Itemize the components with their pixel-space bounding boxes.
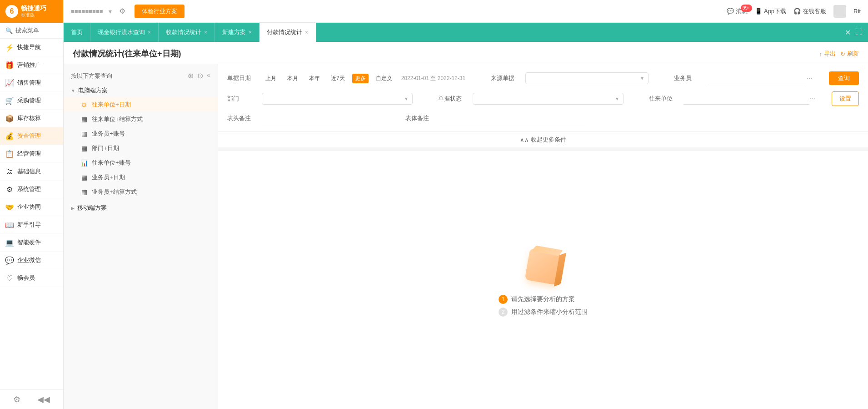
tabbar-actions: ✕ ⛶: [839, 23, 868, 42]
staff-input[interactable]: [708, 72, 807, 84]
tab-receivable[interactable]: 收款情况统计 ×: [159, 23, 215, 42]
date-btn-custom[interactable]: 自定义: [372, 74, 396, 83]
mobile-group-arrow: ▶: [71, 206, 75, 211]
breadcrumb-arrow[interactable]: ▾: [109, 8, 112, 15]
sidebar-item-quicknav[interactable]: ⚡ 快捷导航: [0, 39, 63, 56]
sidebar-item-system[interactable]: ⚙ 系统管理: [0, 181, 63, 198]
sidebar-item-member[interactable]: ♡ 畅会员: [0, 269, 63, 287]
online-service-btn[interactable]: 🎧 在线客服: [793, 7, 826, 15]
scheme-item-unit-account[interactable]: 📊 往来单位+账号: [64, 156, 218, 170]
scheme-settings-icon[interactable]: ⊙: [197, 71, 203, 80]
date-btn-more[interactable]: 更多: [352, 74, 369, 83]
voucher-status-label: 单据状态: [438, 95, 465, 103]
unit-settlement-icon: ▦: [80, 116, 88, 123]
sidebar-item-finance[interactable]: 💰 资金管理: [0, 127, 63, 145]
refresh-btn[interactable]: ↻ 刷新: [840, 50, 859, 58]
scheme-item-unit-settlement-label: 往来单位+结算方式: [92, 115, 143, 123]
staff-input-dots: ···: [807, 74, 813, 82]
sidebar-item-basicinfo[interactable]: 🗂 基础信息: [0, 163, 63, 181]
breadcrumb-text: ■■■■■■■■■: [71, 8, 103, 15]
management-icon: 📋: [5, 150, 14, 158]
mobile-scheme-group-header[interactable]: ▶ 移动端方案: [64, 201, 218, 215]
pc-scheme-group: ▼ 电脑端方案 ⊙ 往来单位+日期 ▦ 往来单位+结算方式 ▦ 业务员+账号: [64, 84, 218, 199]
collapse-icon: ∧∧: [520, 136, 529, 143]
empty-hint-2: 2 用过滤条件来缩小分析范围: [499, 308, 588, 317]
purchase-icon: 🛒: [5, 96, 14, 105]
export-btn[interactable]: ↑ 导出: [819, 50, 836, 58]
scheme-item-staff-settlement[interactable]: ▦ 业务员+结算方式: [64, 185, 218, 199]
header-note-label: 表头备注: [227, 114, 254, 122]
collapse-label: 收起更多条件: [531, 136, 566, 144]
date-btn-7days[interactable]: 近7天: [327, 74, 349, 83]
sidebar-item-inventory[interactable]: 📦 库存核算: [0, 110, 63, 127]
scheme-item-unit-date[interactable]: ⊙ 往来单位+日期: [64, 97, 218, 112]
unit-label: 往来单位: [649, 95, 676, 103]
sidebar-item-newbie[interactable]: 📖 新手引导: [0, 216, 63, 234]
tab-receivable-label: 收款情况统计: [166, 28, 201, 36]
date-btn-thisyear[interactable]: 本年: [305, 74, 324, 83]
tabbar: 首页 现金银行流水查询 × 收款情况统计 × 新建方案 × 付款情况统计 × ✕…: [64, 23, 868, 42]
scheme-item-staff-date[interactable]: ▦ 业务员+日期: [64, 170, 218, 185]
search-label: 搜索菜单: [15, 26, 39, 35]
sidebar-item-enterprise[interactable]: 🤝 企业协同: [0, 198, 63, 216]
sidebar-item-corpwechat[interactable]: 💬 企业微信: [0, 252, 63, 269]
sidebar-item-marketing[interactable]: 🎁 营销推广: [0, 56, 63, 74]
pc-group-title: 电脑端方案: [78, 86, 108, 95]
dept-select-arrow: ▾: [405, 96, 408, 102]
message-btn[interactable]: 💬 消息 99+: [727, 7, 748, 15]
try-industry-btn[interactable]: 体验行业方案: [135, 5, 185, 18]
scheme-item-dept-date[interactable]: ▦ 部门+日期: [64, 141, 218, 156]
tab-new-scheme[interactable]: 新建方案 ×: [215, 23, 259, 42]
collapse-panel-icon[interactable]: «: [207, 71, 210, 80]
tab-cash-flow-label: 现金银行流水查询: [98, 28, 145, 36]
tabbar-expand-icon[interactable]: ⛶: [855, 28, 863, 36]
tab-cash-flow-close[interactable]: ×: [148, 29, 151, 35]
scheme-item-staff-account-label: 业务员+账号: [92, 130, 125, 138]
add-scheme-icon[interactable]: ⊕: [188, 71, 194, 80]
empty-hint-1: 1 请先选择要分析的方案: [499, 295, 588, 304]
sidebar-item-sales[interactable]: 📈 销售管理: [0, 74, 63, 92]
enterprise-icon: 🤝: [5, 203, 14, 211]
topbar-right: 💬 消息 99+ 📱 App下载 🎧 在线客服 Rit: [727, 5, 861, 18]
header-note-input[interactable]: [262, 112, 371, 124]
source-select[interactable]: ▾: [525, 72, 649, 84]
page-header: 付款情况统计(往来单位+日期) ↑ 导出 ↻ 刷新: [64, 42, 868, 64]
date-range-text: 2022-01-01 至 2022-12-31: [401, 75, 465, 82]
date-btn-thismonth[interactable]: 本月: [284, 74, 302, 83]
sidebar-item-purchase[interactable]: 🛒 采购管理: [0, 92, 63, 110]
tab-cash-flow[interactable]: 现金银行流水查询 ×: [90, 23, 159, 42]
system-icon: ⚙: [5, 185, 14, 193]
scheme-item-staff-account[interactable]: ▦ 业务员+账号: [64, 126, 218, 141]
sidebar-item-enterprise-label: 企业协同: [17, 203, 41, 211]
hint-num-2: 2: [499, 308, 508, 317]
tab-payment-stat[interactable]: 付款情况统计 ×: [259, 23, 316, 42]
user-avatar[interactable]: [833, 5, 846, 18]
date-btn-lastmonth[interactable]: 上月: [262, 74, 280, 83]
collapse-more-btn[interactable]: ∧∧ 收起更多条件: [218, 131, 868, 147]
right-content: 单据日期 上月 本月 本年 近7天 更多 自定义 2022-01-01 至 20…: [218, 64, 868, 409]
sidebar-item-sales-label: 销售管理: [17, 79, 41, 87]
unit-input[interactable]: [683, 93, 809, 105]
scheme-item-unit-settlement[interactable]: ▦ 往来单位+结算方式: [64, 112, 218, 126]
voucher-status-select[interactable]: ▾: [473, 93, 624, 105]
query-btn[interactable]: 查询: [829, 71, 859, 85]
sidebar-search[interactable]: 🔍 搜索菜单: [0, 23, 63, 39]
tabbar-close-all-icon[interactable]: ✕: [845, 28, 851, 37]
sidebar-item-management[interactable]: 📋 经营管理: [0, 145, 63, 163]
app-download-btn[interactable]: 📱 App下载: [755, 7, 786, 15]
topbar-gear-icon[interactable]: ⚙: [119, 7, 125, 15]
sidebar-item-smarthw[interactable]: 💻 智能硬件: [0, 234, 63, 252]
pc-scheme-group-header[interactable]: ▼ 电脑端方案: [64, 84, 218, 97]
tab-payment-stat-close[interactable]: ×: [305, 29, 308, 35]
tab-receivable-close[interactable]: ×: [204, 29, 207, 35]
collapse-sidebar-icon[interactable]: ◀◀: [37, 394, 50, 404]
left-panel-header: 按以下方案查询 ⊕ ⊙ «: [64, 70, 218, 84]
dept-select[interactable]: ▾: [262, 93, 413, 105]
username-text[interactable]: Rit: [853, 8, 861, 15]
setting-btn[interactable]: 设置: [832, 91, 859, 106]
tab-new-scheme-close[interactable]: ×: [249, 29, 252, 35]
tab-home[interactable]: 首页: [64, 23, 90, 42]
staff-date-icon: ▦: [80, 174, 88, 181]
settings-icon[interactable]: ⚙: [13, 394, 20, 404]
body-note-input[interactable]: [440, 112, 585, 124]
